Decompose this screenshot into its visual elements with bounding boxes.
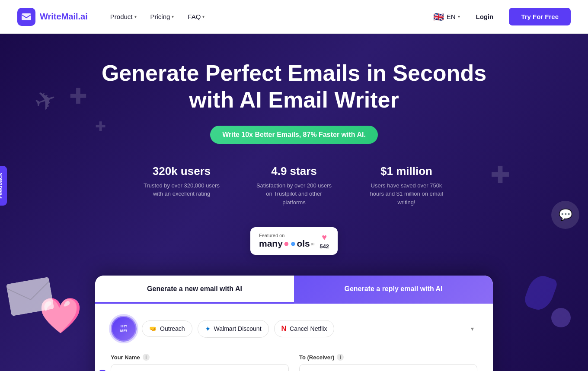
walmart-icon: ✦ bbox=[205, 325, 211, 333]
your-name-input[interactable] bbox=[111, 364, 289, 371]
deco-blob-icon bbox=[522, 272, 559, 314]
svg-rect-0 bbox=[22, 13, 31, 20]
receiver-label: To (Receiver) i bbox=[299, 354, 477, 361]
stat-users-desc: Trusted by over 320,000 users with an ex… bbox=[143, 181, 220, 198]
hero-stats: 320k users Trusted by over 320,000 users… bbox=[143, 165, 445, 207]
your-name-info-icon[interactable]: i bbox=[143, 354, 150, 361]
language-selector[interactable]: 🇬🇧 EN ▾ bbox=[433, 12, 460, 22]
deco-cross-icon: ✚ bbox=[490, 163, 510, 187]
chevron-down-icon: ▾ bbox=[172, 14, 174, 19]
hero-title: Generate Perfect Emails in Seconds with … bbox=[99, 60, 489, 114]
logo[interactable]: WriteMail.ai bbox=[17, 8, 88, 26]
chip-netflix[interactable]: N Cancel Netflix bbox=[274, 320, 335, 337]
login-button[interactable]: Login bbox=[469, 10, 500, 24]
navbar: WriteMail.ai Product ▾ Pricing ▾ FAQ ▾ 🇬… bbox=[0, 0, 588, 34]
chevron-down-icon: ▾ bbox=[134, 14, 137, 19]
tab-new-email[interactable]: Generate a new email with AI bbox=[95, 276, 294, 304]
card-body: TRY ME! 🤜 Outreach ✦ Walmart Discount N … bbox=[95, 304, 493, 371]
tab-reply-email[interactable]: Generate a reply email with AI bbox=[294, 276, 493, 304]
airplane-icon: ✈ bbox=[30, 83, 61, 119]
manytools-badge[interactable]: Featured on many ● ● ols ai ♥ 542 bbox=[250, 227, 338, 255]
stat-stars-value: 4.9 stars bbox=[255, 165, 333, 178]
manytools-dot-pink-icon: ● bbox=[284, 238, 289, 249]
deco-cross-icon: ✚ bbox=[95, 120, 106, 133]
chevron-down-icon: ▾ bbox=[202, 14, 205, 19]
feedback-tab[interactable]: Feedback bbox=[0, 166, 7, 206]
receiver-input-wrapper bbox=[299, 364, 477, 371]
nav-pricing[interactable]: Pricing ▾ bbox=[145, 10, 179, 24]
chip-walmart[interactable]: ✦ Walmart Discount bbox=[198, 320, 269, 338]
your-name-label: Your Name i bbox=[111, 354, 289, 361]
deco-cross-icon: ✚ bbox=[69, 86, 87, 107]
card-tabs: Generate a new email with AI Generate a … bbox=[95, 276, 493, 304]
form-field-receiver: To (Receiver) i bbox=[299, 354, 477, 371]
deco-circle-icon bbox=[551, 308, 571, 327]
manytools-rating: ♥ 542 bbox=[320, 232, 329, 250]
stat-users: 320k users Trusted by over 320,000 users… bbox=[143, 165, 220, 207]
logo-icon bbox=[17, 8, 35, 26]
navbar-right: 🇬🇧 EN ▾ Login Try For Free bbox=[433, 8, 571, 25]
heart-icon: ♥ bbox=[322, 232, 327, 242]
try-free-button[interactable]: Try For Free bbox=[509, 8, 571, 25]
chevron-down-icon: ▾ bbox=[458, 14, 460, 19]
receiver-input[interactable] bbox=[299, 364, 477, 371]
your-name-input-wrapper: ✓ bbox=[111, 364, 289, 371]
hero-section: ✚ ✚ ✚ ✈ 🩷 💬 Generate Perfect Emails in S… bbox=[0, 34, 588, 371]
stat-stars: 4.9 stars Satisfaction by over 200 users… bbox=[255, 165, 333, 207]
flag-icon: 🇬🇧 bbox=[433, 12, 444, 22]
outreach-emoji-icon: 🤜 bbox=[149, 325, 157, 332]
stat-users-value: 320k users bbox=[143, 165, 220, 178]
chat-icon[interactable]: 💬 bbox=[551, 201, 579, 229]
language-code: EN bbox=[447, 13, 456, 20]
navbar-left: WriteMail.ai Product ▾ Pricing ▾ FAQ ▾ bbox=[17, 8, 210, 26]
try-me-badge: TRY ME! bbox=[111, 316, 137, 342]
nav-links: Product ▾ Pricing ▾ FAQ ▾ bbox=[105, 10, 210, 24]
logo-text: WriteMail.ai bbox=[40, 12, 88, 22]
nav-faq[interactable]: FAQ ▾ bbox=[182, 10, 210, 24]
stat-savings-value: $1 million bbox=[368, 165, 445, 178]
stat-savings-desc: Users have saved over 750k hours and $1 … bbox=[368, 181, 445, 207]
form-row-names: Your Name i ✓ To (Receiver) i bbox=[111, 354, 477, 371]
chip-outreach[interactable]: 🤜 Outreach bbox=[142, 320, 192, 337]
manytools-featured-label: Featured on many ● ● ols ai bbox=[259, 233, 314, 249]
stat-stars-desc: Satisfaction by over 200 users on Trustp… bbox=[255, 181, 333, 207]
receiver-info-icon[interactable]: i bbox=[337, 354, 344, 361]
email-generator-card: Generate a new email with AI Generate a … bbox=[95, 276, 493, 371]
manytools-logo: many ● ● ols ai bbox=[259, 238, 314, 249]
hero-badge: Write 10x Better Emails, 87% Faster with… bbox=[210, 126, 378, 144]
manytools-dot-blue-icon: ● bbox=[290, 238, 296, 249]
more-chips-button[interactable]: ▾ bbox=[467, 322, 477, 336]
nav-product[interactable]: Product ▾ bbox=[105, 10, 142, 24]
chips-row: TRY ME! 🤜 Outreach ✦ Walmart Discount N … bbox=[111, 316, 477, 342]
form-field-your-name: Your Name i ✓ bbox=[111, 354, 289, 371]
stat-savings: $1 million Users have saved over 750k ho… bbox=[368, 165, 445, 207]
netflix-icon: N bbox=[281, 325, 287, 333]
